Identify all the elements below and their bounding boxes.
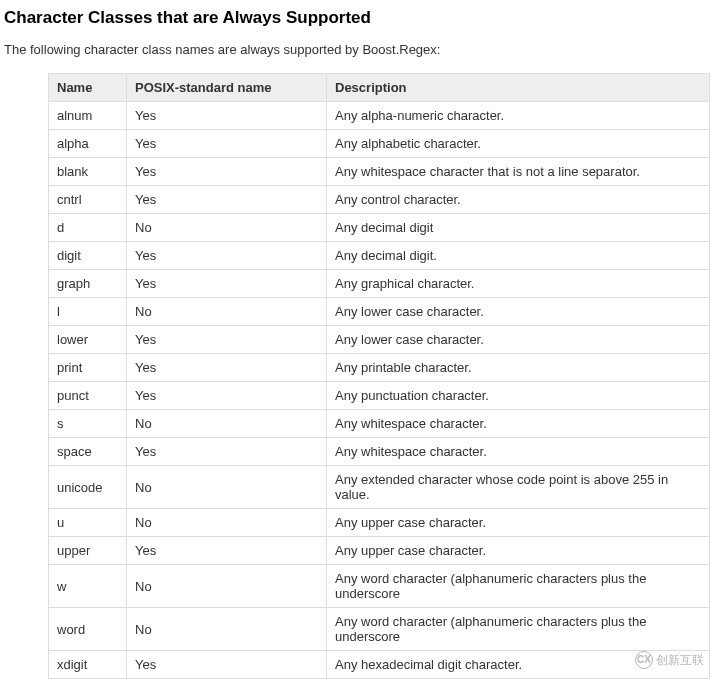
header-desc: Description: [327, 74, 710, 102]
table-row: lNoAny lower case character.: [49, 298, 710, 326]
cell-desc: Any word character (alphanumeric charact…: [327, 608, 710, 651]
cell-name: upper: [49, 537, 127, 565]
cell-name: print: [49, 354, 127, 382]
cell-posix: Yes: [127, 651, 327, 679]
cell-name: blank: [49, 158, 127, 186]
table-row: upperYesAny upper case character.: [49, 537, 710, 565]
cell-name: w: [49, 565, 127, 608]
cell-name: punct: [49, 382, 127, 410]
cell-name: graph: [49, 270, 127, 298]
watermark-text: 创新互联: [656, 652, 704, 669]
cell-name: alpha: [49, 130, 127, 158]
cell-posix: Yes: [127, 186, 327, 214]
cell-desc: Any extended character whose code point …: [327, 466, 710, 509]
cell-posix: Yes: [127, 537, 327, 565]
table-row: digitYesAny decimal digit.: [49, 242, 710, 270]
cell-desc: Any upper case character.: [327, 537, 710, 565]
cell-desc: Any decimal digit.: [327, 242, 710, 270]
cell-name: cntrl: [49, 186, 127, 214]
watermark: CX 创新互联: [635, 651, 704, 669]
table-row: unicodeNoAny extended character whose co…: [49, 466, 710, 509]
cell-desc: Any whitespace character.: [327, 410, 710, 438]
cell-name: digit: [49, 242, 127, 270]
cell-posix: No: [127, 565, 327, 608]
cell-name: d: [49, 214, 127, 242]
cell-name: u: [49, 509, 127, 537]
cell-desc: Any alphabetic character.: [327, 130, 710, 158]
cell-posix: Yes: [127, 438, 327, 466]
header-name: Name: [49, 74, 127, 102]
cell-desc: Any graphical character.: [327, 270, 710, 298]
cell-desc: Any lower case character.: [327, 298, 710, 326]
cell-posix: Yes: [127, 158, 327, 186]
cell-desc: Any whitespace character.: [327, 438, 710, 466]
cell-posix: Yes: [127, 354, 327, 382]
cell-desc: Any whitespace character that is not a l…: [327, 158, 710, 186]
table-row: wordNoAny word character (alphanumeric c…: [49, 608, 710, 651]
cell-desc: Any printable character.: [327, 354, 710, 382]
table-row: alnumYesAny alpha-numeric character.: [49, 102, 710, 130]
table-row: blankYesAny whitespace character that is…: [49, 158, 710, 186]
header-posix: POSIX-standard name: [127, 74, 327, 102]
cell-posix: No: [127, 608, 327, 651]
cell-name: unicode: [49, 466, 127, 509]
table-row: graphYesAny graphical character.: [49, 270, 710, 298]
cell-name: space: [49, 438, 127, 466]
table-header-row: Name POSIX-standard name Description: [49, 74, 710, 102]
cell-name: word: [49, 608, 127, 651]
table-row: xdigitYesAny hexadecimal digit character…: [49, 651, 710, 679]
cell-posix: No: [127, 466, 327, 509]
char-class-table: Name POSIX-standard name Description aln…: [48, 73, 710, 679]
cell-posix: Yes: [127, 326, 327, 354]
cell-desc: Any decimal digit: [327, 214, 710, 242]
cell-posix: Yes: [127, 382, 327, 410]
table-row: cntrlYesAny control character.: [49, 186, 710, 214]
page-heading: Character Classes that are Always Suppor…: [4, 8, 712, 28]
table-row: dNoAny decimal digit: [49, 214, 710, 242]
cell-desc: Any punctuation character.: [327, 382, 710, 410]
cell-desc: Any upper case character.: [327, 509, 710, 537]
table-row: wNoAny word character (alphanumeric char…: [49, 565, 710, 608]
cell-name: xdigit: [49, 651, 127, 679]
table-row: alphaYesAny alphabetic character.: [49, 130, 710, 158]
cell-posix: Yes: [127, 270, 327, 298]
cell-desc: Any alpha-numeric character.: [327, 102, 710, 130]
cell-posix: No: [127, 410, 327, 438]
table-row: lowerYesAny lower case character.: [49, 326, 710, 354]
table-row: uNoAny upper case character.: [49, 509, 710, 537]
cell-name: lower: [49, 326, 127, 354]
table-row: spaceYesAny whitespace character.: [49, 438, 710, 466]
intro-text: The following character class names are …: [4, 42, 712, 57]
cell-posix: No: [127, 214, 327, 242]
cell-name: alnum: [49, 102, 127, 130]
cell-name: l: [49, 298, 127, 326]
cell-desc: Any word character (alphanumeric charact…: [327, 565, 710, 608]
cell-desc: Any control character.: [327, 186, 710, 214]
table-row: sNoAny whitespace character.: [49, 410, 710, 438]
cell-posix: No: [127, 509, 327, 537]
cell-posix: No: [127, 298, 327, 326]
watermark-logo-icon: CX: [635, 651, 653, 669]
table-row: punctYesAny punctuation character.: [49, 382, 710, 410]
cell-posix: Yes: [127, 242, 327, 270]
cell-posix: Yes: [127, 130, 327, 158]
cell-posix: Yes: [127, 102, 327, 130]
cell-name: s: [49, 410, 127, 438]
table-row: printYesAny printable character.: [49, 354, 710, 382]
cell-desc: Any lower case character.: [327, 326, 710, 354]
